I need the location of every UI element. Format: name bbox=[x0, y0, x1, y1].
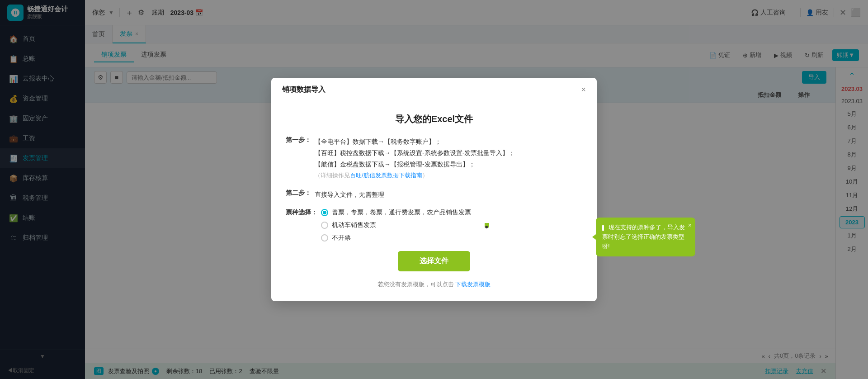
radio-normal-dot bbox=[323, 211, 326, 214]
radio-group: 普票，专票，卷票，通行费发票，农产品销售发票 机动车销售发票 ● 不开票 bbox=[317, 208, 471, 242]
step-1: 第一步： 【全电平台】数据下载→【税务数字账户】； 【百旺】税控盘数据下载→【系… bbox=[286, 136, 582, 181]
tooltip-bubble: 现在支持的票种多了，导入发票时别忘了选择正确的发票类型呀! × bbox=[596, 218, 695, 256]
step1-content: 【全电平台】数据下载→【税务数字账户】； 【百旺】税控盘数据下载→【系统设置-系… bbox=[315, 136, 515, 181]
modal-body: 导入您的Excel文件 第一步： 【全电平台】数据下载→【税务数字账户】； 【百… bbox=[271, 102, 597, 301]
select-file-btn[interactable]: 选择文件 bbox=[398, 251, 470, 271]
radio-normal[interactable]: 普票，专票，卷票，通行费发票，农产品销售发票 bbox=[321, 208, 471, 217]
step2-content: 直接导入文件，无需整理 bbox=[315, 189, 384, 200]
radio-none-circle bbox=[321, 234, 328, 242]
radio-motor[interactable]: 机动车销售发票 ● bbox=[321, 221, 471, 229]
tooltip-close-btn[interactable]: × bbox=[688, 220, 692, 230]
modal-header: 销项数据导入 × bbox=[271, 78, 597, 102]
modal-import-title: 导入您的Excel文件 bbox=[286, 113, 582, 125]
import-modal: 销项数据导入 × 导入您的Excel文件 第一步： 【全电平台】数据下载→【税务… bbox=[271, 78, 597, 301]
step1-detail-link-wrapper: （详细操作见百旺/航信发票数据下载指南） bbox=[315, 170, 515, 180]
download-template-link[interactable]: 下载发票模版 bbox=[455, 281, 491, 288]
modal-close-btn[interactable]: × bbox=[581, 85, 586, 95]
radio-normal-circle bbox=[321, 209, 328, 216]
modal-overlay: 销项数据导入 × 导入您的Excel文件 第一步： 【全电平台】数据下载→【税务… bbox=[0, 0, 868, 379]
step1-detail-link[interactable]: 百旺/航信发票数据下载指南 bbox=[350, 172, 422, 179]
tooltip-dot: ● bbox=[485, 223, 489, 227]
radio-motor-circle bbox=[321, 222, 328, 229]
tooltip-bullet bbox=[602, 225, 604, 231]
radio-none[interactable]: 不开票 bbox=[321, 234, 471, 242]
step-2: 第二步： 直接导入文件，无需整理 bbox=[286, 189, 582, 200]
modal-footer-note: 若您没有发票模版，可以点击 下载发票模版 bbox=[286, 280, 582, 289]
ticket-select: 票种选择： 普票，专票，卷票，通行费发票，农产品销售发票 机动车销售发票 bbox=[286, 208, 582, 242]
